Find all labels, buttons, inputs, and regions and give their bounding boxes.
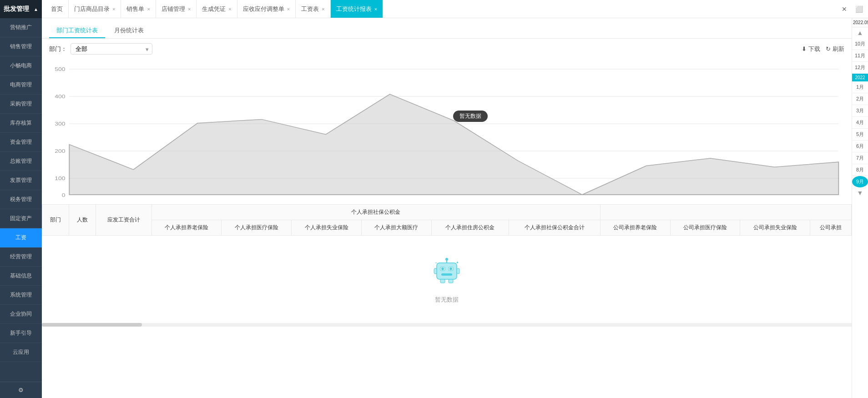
- calendar-year-badge[interactable]: 2022: [852, 74, 868, 81]
- refresh-label: 刷新: [833, 45, 844, 53]
- sidebar-header[interactable]: 批发管理 ▲: [0, 0, 42, 18]
- tab-首页[interactable]: 首页: [45, 0, 69, 18]
- svg-rect-18: [441, 273, 452, 276]
- tab-门店商品目录[interactable]: 门店商品目录×: [69, 0, 121, 18]
- sidebar-item-经营管理[interactable]: 经营管理: [0, 247, 42, 267]
- th-personal-group: 个人承担社保公积金: [151, 205, 600, 220]
- svg-rect-13: [437, 263, 457, 279]
- sidebar-item-发票管理[interactable]: 发票管理: [0, 171, 42, 190]
- sub-tab-月份统计表[interactable]: 月份统计表: [107, 24, 151, 38]
- svg-text:400: 400: [55, 94, 65, 99]
- dept-select[interactable]: 全部: [71, 43, 152, 55]
- calendar-month-1月[interactable]: 1月: [852, 81, 868, 93]
- tab-工资表[interactable]: 工资表×: [296, 0, 330, 18]
- tab-生成凭证[interactable]: 生成凭证×: [197, 0, 237, 18]
- refresh-button[interactable]: ↻ 刷新: [826, 45, 844, 53]
- calendar-month-selected[interactable]: 9月: [852, 176, 868, 187]
- toolbar-right: ⬇ 下载 ↻ 刷新: [802, 45, 844, 53]
- tab-close-生成凭证[interactable]: ×: [228, 6, 231, 12]
- tab-close-工资统计报表[interactable]: ×: [374, 6, 377, 12]
- data-table: 部门 人数 应发工资合计 个人承担社保公积金 个人承担养老保险个人承担医疗保险个…: [42, 204, 852, 322]
- th-个人承担社保公积金合计: 个人承担社保公积金合计: [509, 220, 600, 236]
- tab-工资统计报表[interactable]: 工资统计报表×: [331, 0, 383, 18]
- horizontal-scrollbar[interactable]: [42, 323, 852, 327]
- calendar-month-3月[interactable]: 3月: [852, 105, 868, 117]
- sidebar-item-基础信息[interactable]: 基础信息: [0, 267, 42, 286]
- sidebar-item-营销推广[interactable]: 营销推广: [0, 18, 42, 37]
- empty-icon: ✦ ✦: [429, 254, 465, 290]
- svg-point-16: [441, 267, 444, 270]
- svg-rect-23: [440, 279, 445, 283]
- tab-close-工资表[interactable]: ×: [322, 6, 324, 12]
- refresh-icon: ↻: [826, 45, 831, 52]
- sidebar-item-小畅电商[interactable]: 小畅电商: [0, 56, 42, 76]
- th-公司承担医疗保险: 公司承担医疗保险: [670, 220, 740, 236]
- sidebar-item-销售管理[interactable]: 销售管理: [0, 37, 42, 56]
- sidebar-item-总账管理[interactable]: 总账管理: [0, 152, 42, 171]
- download-icon: ⬇: [802, 45, 807, 52]
- settings-button[interactable]: ⚙: [0, 382, 42, 398]
- calendar-month-11月[interactable]: 11月: [852, 50, 868, 62]
- sidebar-item-工资[interactable]: 工资: [0, 228, 42, 247]
- sidebar-item-电商管理[interactable]: 电商管理: [0, 76, 42, 95]
- th-个人承担住房公积金: 个人承担住房公积金: [431, 220, 509, 236]
- calendar-month-10月[interactable]: 10月: [852, 38, 868, 50]
- tab-销售单[interactable]: 销售单×: [121, 0, 156, 18]
- sidebar-item-新手引导[interactable]: 新手引导: [0, 324, 42, 343]
- svg-marker-12: [69, 94, 838, 195]
- sidebar: 批发管理 ▲ 营销推广销售管理小畅电商电商管理采购管理库存核算资金管理总账管理发…: [0, 0, 42, 398]
- calendar-month-6月[interactable]: 6月: [852, 141, 868, 152]
- svg-rect-21: [434, 268, 437, 274]
- dept-label: 部门：: [49, 45, 67, 53]
- calendar-year-display[interactable]: 2022.09: [852, 18, 868, 27]
- toolbar-left: 部门： 全部: [49, 43, 152, 55]
- content-area: 部门工资统计表月份统计表 部门： 全部 ⬇ 下载: [42, 18, 852, 398]
- sidebar-item-采购管理[interactable]: 采购管理: [0, 95, 42, 114]
- tab-店铺管理[interactable]: 店铺管理×: [156, 0, 197, 18]
- sidebar-collapse-icon[interactable]: ▲: [34, 7, 38, 12]
- close-all-button[interactable]: ✕: [839, 4, 850, 15]
- restore-button[interactable]: ⬜: [853, 4, 864, 15]
- tab-close-应收应付调整单[interactable]: ×: [287, 6, 290, 12]
- toolbar: 部门： 全部 ⬇ 下载 ↻ 刷新: [42, 39, 852, 59]
- tab-close-销售单[interactable]: ×: [147, 6, 150, 12]
- tab-close-门店商品目录[interactable]: ×: [112, 6, 115, 12]
- main-area: 首页门店商品目录×销售单×店铺管理×生成凭证×应收应付调整单×工资表×工资统计报…: [42, 0, 868, 398]
- sidebar-item-资金管理[interactable]: 资金管理: [0, 133, 42, 152]
- svg-text:200: 200: [55, 148, 65, 154]
- settings-icon: ⚙: [18, 387, 24, 393]
- th-公司承担养老保险: 公司承担养老保险: [600, 220, 670, 236]
- sidebar-item-企业协同[interactable]: 企业协同: [0, 305, 42, 324]
- calendar-month-7月[interactable]: 7月: [852, 152, 868, 164]
- th-公司承担: 公司承担: [810, 220, 852, 236]
- svg-rect-24: [449, 279, 453, 283]
- sidebar-item-库存核算[interactable]: 库存核算: [0, 114, 42, 133]
- calendar-up-arrow[interactable]: ▲: [855, 27, 865, 38]
- svg-point-17: [449, 267, 452, 270]
- calendar-month-12月[interactable]: 12月: [852, 62, 868, 74]
- table-container[interactable]: 部门 人数 应发工资合计 个人承担社保公积金 个人承担养老保险个人承担医疗保险个…: [42, 204, 852, 398]
- calendar-month-2月[interactable]: 2月: [852, 93, 868, 105]
- sidebar-item-税务管理[interactable]: 税务管理: [0, 190, 42, 209]
- scrollbar-thumb[interactable]: [42, 323, 142, 327]
- calendar-month-5月[interactable]: 5月: [852, 129, 868, 141]
- th-个人承担养老保险: 个人承担养老保险: [151, 220, 222, 236]
- calendar-down-arrow[interactable]: ▼: [855, 187, 865, 198]
- tab-应收应付调整单[interactable]: 应收应付调整单×: [237, 0, 296, 18]
- sidebar-item-云应用[interactable]: 云应用: [0, 343, 42, 362]
- th-dept: 部门: [42, 205, 69, 236]
- download-button[interactable]: ⬇ 下载: [802, 45, 820, 53]
- sidebar-item-系统管理[interactable]: 系统管理: [0, 286, 42, 305]
- svg-text:✦: ✦: [456, 261, 459, 265]
- calendar-month-8月[interactable]: 8月: [852, 164, 868, 176]
- svg-text:100: 100: [55, 176, 65, 181]
- sub-tab-部门工资统计表[interactable]: 部门工资统计表: [49, 24, 105, 38]
- tab-bar: 首页门店商品目录×销售单×店铺管理×生成凭证×应收应付调整单×工资表×工资统计报…: [42, 0, 868, 18]
- sidebar-item-固定资产[interactable]: 固定资产: [0, 209, 42, 228]
- calendar-month-4月[interactable]: 4月: [852, 117, 868, 129]
- empty-row: ✦ ✦ 暂无数据: [42, 236, 852, 322]
- chart-area: 500 400 300 200 100 0: [42, 59, 852, 204]
- chart-no-data-tooltip: 暂无数据: [453, 111, 488, 122]
- th-公司承担失业保险: 公司承担失业保险: [740, 220, 810, 236]
- tab-close-店铺管理[interactable]: ×: [188, 6, 191, 12]
